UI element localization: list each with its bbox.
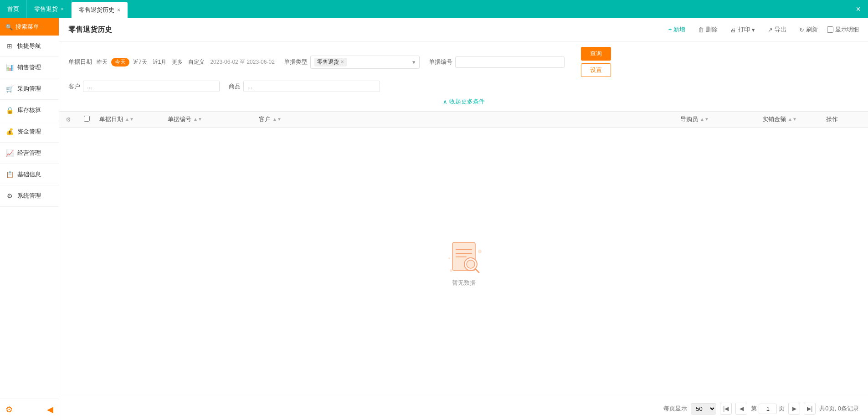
date-btn-7days[interactable]: 近7天	[131, 58, 149, 67]
sidebar-item-quick-nav[interactable]: ⊞ 快捷导航	[0, 36, 59, 57]
date-btn-more[interactable]: 更多	[170, 58, 185, 67]
delete-button[interactable]: 🗑 删除	[694, 24, 721, 36]
refresh-label: 刷新	[806, 26, 818, 34]
query-button[interactable]: 查询	[581, 47, 611, 61]
goods-filter-item: 商品	[229, 81, 380, 92]
print-icon: 🖨	[730, 26, 736, 33]
page-input-wrap: 第 页	[751, 404, 785, 414]
collapse-sidebar-icon[interactable]: ◀	[47, 405, 53, 415]
display-detail-checkbox[interactable]	[827, 26, 833, 33]
tabs-container: 首页 零售退货 × 零售退货历史 ×	[0, 0, 848, 18]
type-tag-value: 零售退货	[317, 58, 339, 66]
setting-button[interactable]: 设置	[581, 63, 611, 77]
page-first-button[interactable]: |◀	[720, 403, 732, 415]
top-bar: 首页 零售退货 × 零售退货历史 × ×	[0, 0, 868, 18]
customer-filter-input[interactable]	[83, 81, 220, 92]
sidebar-item-basic-info-label: 基础信息	[17, 170, 41, 179]
tab-retail-return-close[interactable]: ×	[61, 6, 64, 12]
page-size-select[interactable]: 50 100 200	[691, 403, 716, 415]
col-customer-label: 客户	[259, 115, 271, 123]
sidebar-item-inventory-label: 库存核算	[17, 106, 41, 114]
sidebar-item-operations[interactable]: 📈 经营管理	[0, 143, 59, 164]
date-btn-yesterday[interactable]: 昨天	[95, 58, 109, 67]
tab-retail-return-history-label: 零售退货历史	[79, 6, 114, 14]
date-btn-1month[interactable]: 近1月	[151, 58, 169, 67]
sidebar-item-system-mgmt[interactable]: ⚙ 系统管理	[0, 185, 59, 207]
display-detail-label: 显示明细	[835, 26, 859, 34]
inventory-icon: 🔒	[5, 106, 14, 114]
col-header-action: 操作	[822, 115, 868, 123]
table-header: ⚙ 单据日期 ▲▼ 单据编号 ▲▼ 客户 ▲▼ 导购员	[59, 112, 868, 128]
goods-filter-input[interactable]	[243, 81, 380, 92]
sidebar-search[interactable]: 🔍 搜索菜单	[0, 18, 59, 36]
col-header-date[interactable]: 单据日期 ▲▼	[96, 115, 164, 123]
col-header-order[interactable]: 单据编号 ▲▼	[164, 115, 255, 123]
delete-label: 删除	[706, 26, 718, 34]
tab-retail-return-history-close[interactable]: ×	[117, 7, 120, 13]
date-btn-today[interactable]: 今天	[111, 58, 129, 67]
sidebar-item-purchase-mgmt[interactable]: 🛒 采购管理	[0, 78, 59, 100]
sidebar-item-sales-mgmt[interactable]: 📊 销售管理	[0, 57, 59, 78]
sidebar-item-system-label: 系统管理	[17, 192, 41, 200]
date-filter-item: 单据日期 昨天 今天 近7天 近1月 更多 自定义 2023-06-02 至 2…	[68, 58, 275, 67]
date-btn-custom[interactable]: 自定义	[186, 58, 206, 67]
svg-line-7	[475, 269, 479, 272]
sidebar-item-purchase-label: 采购管理	[17, 85, 41, 93]
sidebar-item-basic-info[interactable]: 📋 基础信息	[0, 164, 59, 185]
system-icon: ⚙	[5, 192, 14, 200]
sidebar-item-finance-label: 资金管理	[17, 128, 41, 136]
sidebar-item-operations-label: 经营管理	[17, 149, 41, 157]
search-icon: 🔍	[5, 24, 13, 31]
type-tag-close[interactable]: ×	[341, 59, 344, 65]
customer-filter-label: 客户	[68, 82, 80, 91]
collapse-filter-button[interactable]: ∧ 收起更多条件	[443, 97, 485, 106]
col-order-label: 单据编号	[168, 115, 191, 123]
empty-text: 暂无数据	[452, 279, 476, 287]
tab-retail-return[interactable]: 零售退货 ×	[27, 0, 72, 18]
order-filter-item: 单据编号	[429, 56, 565, 68]
table-settings-icon[interactable]: ⚙	[59, 116, 77, 123]
customer-filter-item: 客户	[68, 81, 220, 92]
page-unit: 页	[779, 405, 785, 413]
sidebar-item-sales-label: 销售管理	[17, 63, 41, 72]
col-date-sort: ▲▼	[125, 117, 134, 122]
table-select-all[interactable]	[77, 116, 96, 123]
print-button[interactable]: 🖨 打印 ▾	[727, 24, 759, 36]
display-detail-toggle[interactable]: 显示明细	[827, 26, 859, 34]
col-date-label: 单据日期	[99, 115, 123, 123]
new-label: + 新增	[668, 26, 685, 34]
sidebar-item-inventory[interactable]: 🔒 库存核算	[0, 100, 59, 121]
select-all-checkbox[interactable]	[84, 116, 90, 122]
tab-retail-return-label: 零售退货	[34, 5, 58, 13]
sidebar-search-label: 搜索菜单	[15, 23, 39, 31]
col-action-label: 操作	[826, 115, 838, 123]
page-last-button[interactable]: ▶|	[804, 403, 816, 415]
page-prev-button[interactable]: ◀	[735, 403, 747, 415]
tab-home[interactable]: 首页	[0, 0, 27, 18]
window-close-button[interactable]: ×	[848, 5, 868, 14]
settings-bottom-icon[interactable]: ⚙	[5, 405, 13, 415]
tab-retail-return-history[interactable]: 零售退货历史 ×	[72, 2, 128, 18]
new-button[interactable]: + 新增	[665, 24, 689, 36]
page-next-button[interactable]: ▶	[788, 403, 800, 415]
col-guide-sort: ▲▼	[700, 117, 709, 122]
col-amount-sort: ▲▼	[788, 117, 797, 122]
order-filter-input[interactable]	[455, 56, 565, 68]
refresh-button[interactable]: ↻ 刷新	[796, 24, 822, 36]
sidebar-item-finance[interactable]: 💰 资金管理	[0, 121, 59, 143]
date-range-display: 2023-06-02 至 2023-06-02	[210, 58, 274, 66]
col-header-customer[interactable]: 客户 ▲▼	[255, 115, 677, 123]
sales-icon: 📊	[5, 63, 14, 72]
type-tag: 零售退货 ×	[314, 58, 347, 67]
col-header-guide[interactable]: 导购员 ▲▼	[677, 115, 759, 123]
type-filter-label: 单据类型	[284, 58, 308, 66]
basic-info-icon: 📋	[5, 170, 14, 179]
type-select-arrow: ▾	[412, 59, 416, 66]
type-filter-select[interactable]: 零售退货 × ▾	[310, 56, 420, 69]
filter-row-2: 客户 商品	[68, 81, 859, 92]
toolbar: + 新增 🗑 删除 🖨 打印 ▾ ↗ 导出 ↻ 刷新	[665, 24, 859, 36]
export-label: 导出	[775, 26, 786, 34]
col-header-amount[interactable]: 实销金额 ▲▼	[759, 115, 822, 123]
export-button[interactable]: ↗ 导出	[764, 24, 790, 36]
page-number-input[interactable]	[759, 404, 777, 414]
